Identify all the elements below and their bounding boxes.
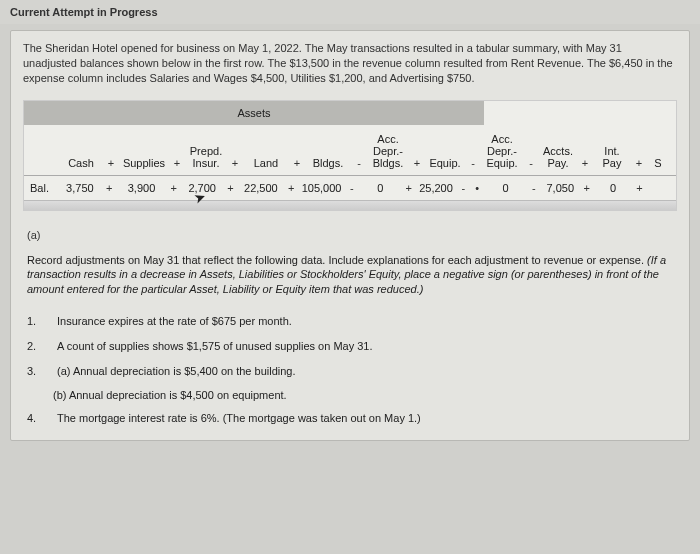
bal-int: 0	[594, 182, 633, 194]
attempt-header: Current Attempt in Progress	[0, 0, 700, 24]
bal-accdep-e: 0	[484, 182, 527, 194]
list-item: 1.Insurance expires at the rate of $675 …	[27, 309, 673, 334]
intro-text: The Sheridan Hotel opened for business o…	[23, 41, 677, 86]
balance-row: Bal. 3,750 + 3,900 + 2,700 + 22,500 + 10…	[24, 175, 676, 200]
list-item: 4.The mortgage interest rate is 6%. (The…	[27, 406, 673, 431]
assets-heading: Assets	[24, 101, 484, 125]
col-equip: Equip.	[424, 157, 466, 169]
bal-label: Bal.	[30, 182, 57, 194]
bal-accts: 7,050	[541, 182, 580, 194]
adjustment-list: 1.Insurance expires at the rate of $675 …	[27, 309, 673, 384]
list-item: 3.(a) Annual depreciation is $5,400 on t…	[27, 359, 673, 384]
bal-supplies: 3,900	[116, 182, 167, 194]
col-land: Land	[242, 157, 290, 169]
col-supplies: Supplies	[118, 157, 170, 169]
list-sub-item: (b) Annual depreciation is $4,500 on equ…	[53, 384, 677, 406]
instructions: Record adjustments on May 31 that reflec…	[27, 253, 673, 298]
horizontal-scrollbar[interactable]: ➤	[24, 200, 676, 210]
bal-equip: 25,200	[415, 182, 456, 194]
col-acc-depr-equip: Acc.Depr.-Equip.	[480, 133, 524, 169]
bal-land: 22,500	[237, 182, 284, 194]
bal-cash: 3,750	[57, 182, 102, 194]
col-accts-pay: Accts.Pay.	[538, 145, 578, 169]
col-prepd-insur: Prepd.Insur.	[184, 145, 228, 169]
col-cash: Cash	[58, 157, 104, 169]
col-bldgs: Bldgs.	[304, 157, 352, 169]
column-headers: Cash + Supplies + Prepd.Insur. + Land + …	[24, 125, 676, 175]
part-a-label: (a)	[27, 229, 673, 241]
bal-accdep-b: 0	[359, 182, 402, 194]
list-item: 2.A count of supplies shows $1,575 of un…	[27, 334, 673, 359]
col-int-pay: Int.Pay	[592, 145, 632, 169]
bal-bldgs: 105,000	[298, 182, 345, 194]
question-panel: The Sheridan Hotel opened for business o…	[10, 30, 690, 441]
col-acc-depr-bldgs: Acc.Depr.-Bldgs.	[366, 133, 410, 169]
adjustment-list-cont: 4.The mortgage interest rate is 6%. (The…	[27, 406, 673, 431]
col-s: S	[646, 157, 670, 169]
balance-table: Assets Cash + Supplies + Prepd.Insur. + …	[23, 100, 677, 211]
